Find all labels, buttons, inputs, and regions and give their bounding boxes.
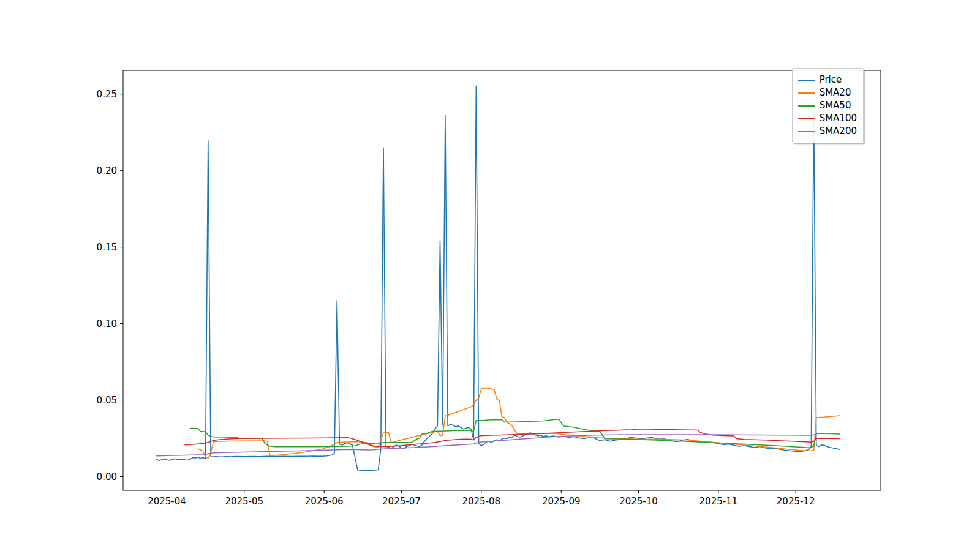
x-tick-label: 2025-05 (225, 496, 263, 507)
legend-label-sma100: SMA100 (820, 113, 857, 124)
legend-swatch-price (798, 80, 815, 81)
series-line-sma20 (198, 388, 840, 459)
axes-spines (123, 70, 881, 490)
y-tick-label: 0.25 (97, 89, 117, 100)
legend-label-sma20: SMA20 (820, 87, 851, 99)
legend-entry-sma100: SMA100 (798, 113, 857, 124)
legend-swatch-sma20 (798, 92, 815, 94)
y-tick-label: 0.05 (97, 395, 117, 406)
legend-label-sma200: SMA200 (820, 126, 857, 137)
y-tick-label: 0.10 (97, 318, 117, 329)
legend-entry-sma50: SMA50 (798, 100, 857, 111)
x-tick-label: 2025-10 (619, 496, 658, 507)
x-tick-label: 2025-12 (777, 496, 815, 507)
legend-label-sma50: SMA50 (820, 100, 851, 111)
legend-label-price: Price (820, 74, 842, 86)
legend-swatch-sma100 (798, 118, 815, 119)
series-line-price (157, 86, 840, 470)
series-line-sma50 (190, 419, 839, 448)
y-tick-label: 0.00 (97, 471, 117, 482)
legend: PriceSMA20SMA50SMA100SMA200 (792, 68, 864, 143)
legend-swatch-sma200 (798, 131, 815, 132)
x-tick-label: 2025-09 (542, 496, 581, 507)
y-tick-label: 0.20 (97, 165, 117, 176)
legend-swatch-sma50 (798, 105, 815, 107)
x-tick-label: 2025-11 (699, 496, 738, 507)
legend-entry-price: Price (798, 74, 857, 86)
matplotlib-figure: 2025-042025-052025-062025-072025-082025-… (0, 0, 980, 551)
legend-entry-sma200: SMA200 (798, 126, 857, 137)
x-tick-label: 2025-04 (148, 496, 186, 507)
x-tick-label: 2025-06 (305, 496, 344, 507)
legend-entry-sma20: SMA20 (798, 87, 857, 99)
x-tick-label: 2025-08 (462, 496, 500, 507)
y-tick-label: 0.15 (97, 242, 117, 253)
x-tick-label: 2025-07 (382, 496, 421, 507)
